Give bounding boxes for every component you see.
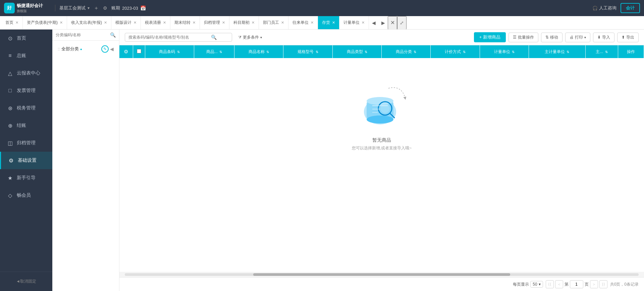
tab-close-tax[interactable]: ✕	[163, 20, 166, 25]
tab-period-transfer[interactable]: 期末结转 ✕	[170, 16, 200, 30]
tab-close-unit[interactable]: ✕	[362, 20, 365, 25]
scrollbar-thumb[interactable]	[253, 273, 510, 276]
tab-archive-mgmt[interactable]: 归档管理 ✕	[200, 16, 229, 30]
horizontal-scrollbar[interactable]	[125, 273, 639, 276]
tab-close-income[interactable]: ✕	[104, 20, 107, 25]
main-search-input[interactable]	[128, 35, 209, 40]
company-selector[interactable]: 基层工会测试 ▾	[59, 5, 90, 11]
add-tab-icon[interactable]: ＋	[94, 5, 99, 12]
page-number-input[interactable]	[570, 280, 583, 288]
col-main-abbr-header[interactable]: 主... ⇅	[585, 45, 618, 58]
select-all-checkbox[interactable]	[137, 49, 141, 53]
tab-home[interactable]: 首页 ✕	[1, 16, 23, 30]
tab-close-subject[interactable]: ✕	[252, 20, 255, 25]
tab-close-template[interactable]: ✕	[133, 20, 137, 25]
content-area: 🔍 :: 全部分类 ● ✎ ◀	[52, 30, 644, 291]
main-layout: ⊙ 首页 ≡ 总账 △ 云报表中心 □ 发票管理 ⊛ 税务管理 ⊕ 结账 ◫ 归…	[0, 30, 644, 291]
print-button[interactable]: 🖨 打印 ▾	[565, 33, 590, 42]
tab-balance-sheet[interactable]: 资产负债表(中期) ✕	[23, 16, 67, 30]
sidebar-item-invoice[interactable]: □ 发票管理	[0, 82, 52, 99]
tab-close-inventory[interactable]: ✕	[332, 20, 335, 25]
category-edit-icon[interactable]: ✎	[101, 45, 109, 53]
sidebar-label-invoice: 发票管理	[17, 88, 36, 94]
product-table: ⚙ 商品条码 ⇅ 商品... ⇅ 商品名称 ⇅ 规格型号 ⇅ 商品类型 ⇅ 商品…	[119, 45, 644, 58]
category-all-label: 全部分类	[61, 46, 79, 52]
col-name-header[interactable]: 商品名称 ⇅	[234, 45, 283, 58]
export-button[interactable]: ⬆ 导出	[617, 33, 639, 42]
member-icon: ◇	[7, 192, 13, 199]
tab-bar: 首页 ✕ 资产负债表(中期) ✕ 收入支出表(年报) ✕ 模版设计 ✕ 税表清册…	[0, 16, 644, 30]
tab-close-home[interactable]: ✕	[15, 20, 18, 25]
sidebar-item-tax[interactable]: ⊛ 税务管理	[0, 99, 52, 117]
category-all[interactable]: :: 全部分类 ● ✎ ◀	[55, 43, 116, 55]
tab-close-archive[interactable]: ✕	[222, 20, 225, 25]
col-category-header[interactable]: 商品分类 ⇅	[381, 45, 430, 58]
col-barcode-header[interactable]: 商品条码 ⇅	[145, 45, 194, 58]
settings-icon[interactable]: ⚙	[103, 5, 107, 11]
tab-maximize-btn[interactable]: ⤢	[397, 16, 407, 30]
tab-close-all-btn[interactable]: ✕	[388, 16, 397, 30]
col-type-header[interactable]: 商品类型 ⇅	[332, 45, 381, 58]
move-icon: ⇅	[545, 35, 549, 40]
col-code-header[interactable]: 商品... ⇅	[194, 45, 234, 58]
next-page-btn[interactable]: ＞	[590, 280, 598, 288]
tab-customer[interactable]: 往来单位 ✕	[288, 16, 318, 30]
col-pricing-header[interactable]: 计价方式 ⇅	[431, 45, 480, 58]
first-page-btn[interactable]: ⟨⟨	[546, 280, 554, 288]
calendar-icon[interactable]: 📅	[140, 5, 146, 11]
sidebar-label-guide: 新手引导	[17, 175, 36, 181]
sidebar-item-guide[interactable]: ★ 新手引导	[0, 169, 52, 187]
empty-svg	[355, 78, 409, 132]
col-settings-header[interactable]: ⚙	[119, 45, 133, 58]
table-wrapper: ⚙ 商品条码 ⇅ 商品... ⇅ 商品名称 ⇅ 规格型号 ⇅ 商品类型 ⇅ 商品…	[119, 45, 644, 272]
tab-tax-list[interactable]: 税表清册 ✕	[141, 16, 170, 30]
per-page-dropdown[interactable]: 50 ▾	[530, 281, 543, 288]
tab-dept-employee[interactable]: 部门员工 ✕	[259, 16, 288, 30]
service-button[interactable]: 🎧 人工咨询	[592, 5, 616, 11]
prev-page-btn[interactable]: ＜	[555, 280, 563, 288]
tab-inventory[interactable]: 存货 ✕	[318, 16, 339, 30]
tab-unit[interactable]: 计量单位 ✕	[339, 16, 369, 30]
unpin-button[interactable]: ◄取消固定	[0, 276, 52, 287]
col-main-unit-header[interactable]: 主计量单位 ⇅	[529, 45, 585, 58]
reports-icon: △	[7, 70, 13, 77]
category-search-input[interactable]	[56, 33, 108, 37]
sidebar-item-reports[interactable]: △ 云报表中心	[0, 64, 52, 82]
col-checkbox-header[interactable]	[133, 45, 145, 58]
sidebar-item-home[interactable]: ⊙ 首页	[0, 30, 52, 47]
tab-income-statement[interactable]: 收入支出表(年报) ✕	[67, 16, 111, 30]
tab-close-dept[interactable]: ✕	[281, 20, 284, 25]
import-icon: ⬇	[597, 35, 601, 40]
toolbar-right: + 新增商品 ☰ 批量操作 ⇅ 移动 🖨 打印 ▾	[474, 32, 639, 42]
main-search-icon[interactable]: 🔍	[211, 35, 217, 40]
logo-text: 畅捷通好会计 旗舰版	[17, 3, 43, 13]
account-button[interactable]: 会计	[621, 3, 640, 13]
service-label: 人工咨询	[599, 5, 616, 11]
import-button[interactable]: ⬇ 导入	[593, 33, 614, 42]
col-unit-header[interactable]: 计量单位 ⇅	[480, 45, 529, 58]
tab-subject-init[interactable]: 科目期初 ✕	[229, 16, 259, 30]
batch-operation-button[interactable]: ☰ 批量操作	[508, 33, 538, 42]
tab-close-balance[interactable]: ✕	[60, 20, 63, 25]
content-split: 🔍 :: 全部分类 ● ✎ ◀	[52, 30, 644, 291]
sidebar-item-settings[interactable]: ⚙ 基础设置	[0, 152, 52, 169]
left-panel-body: :: 全部分类 ● ✎ ◀	[52, 41, 119, 291]
collapse-icon[interactable]: ◀	[110, 46, 114, 52]
tab-template-design[interactable]: 模版设计 ✕	[111, 16, 141, 30]
move-button[interactable]: ⇅ 移动	[541, 33, 562, 42]
tab-next-btn[interactable]: ▶	[378, 16, 388, 30]
sidebar-item-closing[interactable]: ⊕ 结账	[0, 117, 52, 134]
tab-prev-btn[interactable]: ◀	[369, 16, 378, 30]
sidebar-item-ledger[interactable]: ≡ 总账	[0, 47, 52, 64]
filter-button[interactable]: ⧩ 更多条件 ▾	[235, 33, 265, 42]
add-product-button[interactable]: + 新增商品	[474, 32, 506, 42]
category-search-icon[interactable]: 🔍	[110, 32, 116, 38]
tab-close-customer[interactable]: ✕	[311, 20, 314, 25]
sidebar-item-archive[interactable]: ◫ 归档管理	[0, 134, 52, 152]
last-page-btn[interactable]: ⟩⟩	[599, 280, 607, 288]
sidebar-item-member[interactable]: ◇ 畅会员	[0, 187, 52, 204]
filter-chevron-icon: ▾	[260, 36, 262, 39]
tab-close-period[interactable]: ✕	[193, 20, 196, 25]
period-value: 2023-03	[122, 6, 138, 11]
col-spec-header[interactable]: 规格型号 ⇅	[283, 45, 332, 58]
